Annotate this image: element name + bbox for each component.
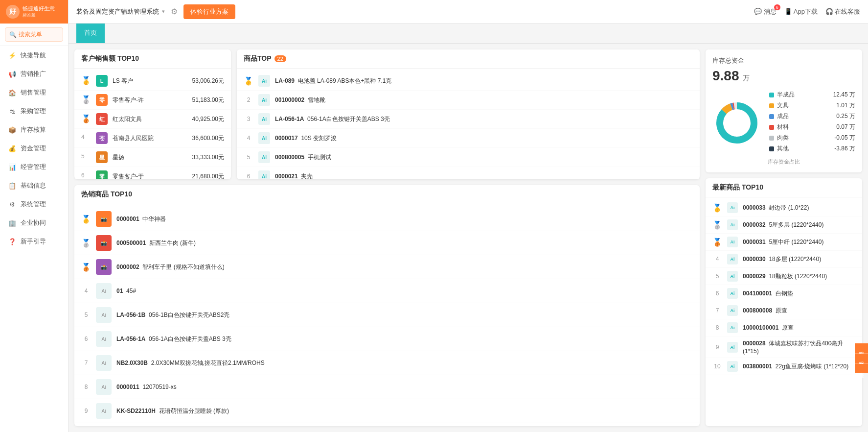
legend-name: 其他: [777, 144, 831, 153]
search-menu-button[interactable]: 🔍 搜索菜单: [5, 27, 63, 42]
rank-name: 零售客户-许: [113, 96, 187, 104]
hot-img: 📸: [96, 259, 112, 275]
prod-name: 0000021 夹壳: [275, 172, 693, 179]
new-img: Ai: [727, 254, 738, 264]
new-prod-item: 8 Ai 10000100001 原查: [706, 319, 862, 336]
hot-name: NB2.0X30B 2.0X30MM双搓花轴,搓花直径2.1MM/ROHS: [116, 359, 693, 367]
hot-rank: 4: [81, 288, 91, 294]
prod-name: LA-089 电池盖 LA-089 ABS本色+黑种 7.1克: [275, 77, 693, 85]
sidebar-item-operation[interactable]: 📊 经营管理: [0, 158, 68, 176]
float-service-button[interactable]: 客服热线: [855, 343, 868, 354]
trial-button[interactable]: 体验行业方案: [183, 4, 235, 19]
product-item: 5 Ai 000800005 手机测试: [237, 148, 700, 167]
gear-icon[interactable]: ⚙: [171, 7, 178, 16]
legend-name: 成品: [777, 112, 833, 120]
hot-img: 📸: [96, 235, 112, 251]
legend-item: 材料 0.07 万: [769, 123, 855, 131]
finance-icon: 💰: [8, 144, 17, 153]
new-img: Ai: [727, 237, 738, 247]
new-prod-item: 🥉 Ai 0000031 5厘中纤 (1220*2440): [706, 234, 862, 251]
sales-ranking-panel: 客户销售额 TOP10 🥇 L LS 客户 53,006.26元 🥈 零 零售客…: [74, 49, 231, 179]
mobile-icon: 📱: [784, 8, 792, 15]
prod-rank: 2: [244, 96, 253, 103]
new-prod-item: 9 Ai 0000028 体城嘉枝味苏打饮品400毫升 (1*15): [706, 336, 862, 358]
nav-operation-label: 经营管理: [21, 163, 46, 171]
hot-name: 0000002 智利车子里 (规格不知道填什么): [116, 263, 693, 271]
ranking-list: 🥇 L LS 客户 53,006.26元 🥈 零 零售客户-许 51,183.0…: [74, 69, 231, 179]
ranking-item: 🥇 L LS 客户 53,006.26元: [74, 72, 231, 91]
sales-ranking-header: 客户销售额 TOP10: [74, 49, 231, 69]
app-download-button[interactable]: 📱 App下载: [784, 7, 818, 16]
legend-name: 文具: [777, 101, 833, 110]
left-panels: 客户销售额 TOP10 🥇 L LS 客户 53,006.26元 🥈 零 零售客…: [74, 49, 700, 426]
prod-img: Ai: [258, 94, 270, 106]
sidebar-item-finance[interactable]: 💰 资金管理: [0, 139, 68, 158]
float-service-button[interactable]: 服务社区: [855, 354, 868, 364]
rank-amount: 53,006.26元: [192, 77, 224, 85]
chevron-down-icon: ▾: [162, 8, 165, 15]
hot-img: Ai: [96, 331, 112, 347]
new-rank: 7: [712, 307, 722, 314]
sidebar-item-sales[interactable]: 🏠 销售管理: [0, 83, 68, 102]
rank-amount: 40,925.00元: [192, 115, 224, 123]
new-prod-item: 4 Ai 0000030 18多层 (1220*2440): [706, 251, 862, 268]
hot-item: 5 Ai LA-056-1B 056-1B白色按键开关壳ABS2壳: [74, 303, 700, 327]
sidebar-item-enterprise[interactable]: 🏢 企业协同: [0, 214, 68, 232]
content-area: 客户销售额 TOP10 🥇 L LS 客户 53,006.26元 🥈 零 零售客…: [69, 44, 868, 432]
rank-medal: 🥇: [81, 76, 91, 86]
nav-quick-label: 快捷导航: [21, 51, 46, 60]
nav-basic-label: 基础信息: [21, 181, 46, 190]
new-rank: 5: [712, 273, 722, 280]
sidebar-item-inventory[interactable]: 📦 库存核算: [0, 120, 68, 139]
message-button[interactable]: 💬 消息 6: [754, 7, 777, 16]
logo-badge: 标准版: [23, 12, 55, 19]
new-prod-item: 7 Ai 000800008 原查: [706, 302, 862, 319]
legend-val: 1.01 万: [836, 101, 855, 110]
prod-name: 0000017 10S 变刻罗浚: [275, 134, 693, 143]
operation-icon: 📊: [8, 163, 17, 171]
sidebar-item-guide[interactable]: ❓ 新手引导: [0, 232, 68, 251]
rank-medal: 🥈: [81, 95, 91, 105]
nav-finance-label: 资金管理: [21, 144, 46, 153]
hot-rank: 5: [81, 312, 91, 318]
new-rank: 6: [712, 290, 722, 297]
new-products-title: 最新商品 TOP10: [712, 183, 763, 192]
inventory-title-text: 库存总资金: [712, 56, 744, 65]
legend-item: 文具 1.01 万: [769, 101, 855, 110]
hot-rank: 9: [81, 408, 91, 414]
new-img: Ai: [727, 322, 738, 333]
sidebar-item-quick[interactable]: ⚡ 快捷导航: [0, 46, 68, 65]
legend-val: -0.05 万: [834, 134, 855, 142]
hot-img: Ai: [96, 403, 112, 419]
nav-system-label: 系统管理: [21, 200, 46, 209]
search-icon: 🔍: [9, 31, 17, 38]
sidebar-item-marketing[interactable]: 📢 营销推广: [0, 65, 68, 83]
product-item: 🥇 Ai LA-089 电池盖 LA-089 ABS本色+黑种 7.1克: [237, 72, 700, 91]
app-header: 装备及固定资产辅助管理系统 ▾ ⚙ 体验行业方案 💬 消息 6 📱 App下载 …: [69, 0, 868, 24]
headset-icon: 🎧: [825, 8, 833, 15]
purchase-icon: 🛍: [8, 107, 17, 116]
hot-img: Ai: [96, 283, 112, 299]
rank-name: 零售客户-于: [113, 172, 187, 180]
sidebar-item-basic[interactable]: 📋 基础信息: [0, 176, 68, 195]
new-rank: 4: [712, 256, 722, 263]
hot-item: 🥈 📸 000500001 新西兰牛肉 (新牛): [74, 231, 700, 255]
product-item: 3 Ai LA-056-1A 056-1A白色按键开关盖ABS 3壳: [237, 110, 700, 129]
system-name[interactable]: 装备及固定资产辅助管理系统 ▾: [76, 7, 165, 16]
new-rank: 🥈: [712, 220, 722, 230]
tab-home[interactable]: 首页: [76, 24, 105, 43]
nav-purchase-label: 采购管理: [21, 107, 46, 116]
hot-item: 4 Ai 01 45#: [74, 279, 700, 303]
new-img: Ai: [727, 271, 738, 282]
new-prod-item: 5 Ai 0000029 18颗粒板 (1220*2440): [706, 268, 862, 285]
enterprise-icon: 🏢: [8, 218, 17, 227]
tab-home-label: 首页: [84, 29, 97, 36]
new-img: Ai: [727, 305, 738, 316]
float-service-button[interactable]: 直播: [855, 364, 868, 373]
sidebar-item-purchase[interactable]: 🛍 采购管理: [0, 102, 68, 120]
sidebar-item-system[interactable]: ⚙ 系统管理: [0, 195, 68, 214]
new-rank: 🥇: [712, 203, 722, 213]
online-service-button[interactable]: 🎧 在线客服: [825, 7, 860, 16]
top-products-badge: 22: [274, 55, 286, 62]
inventory-amount-value: 9.88: [712, 68, 739, 83]
